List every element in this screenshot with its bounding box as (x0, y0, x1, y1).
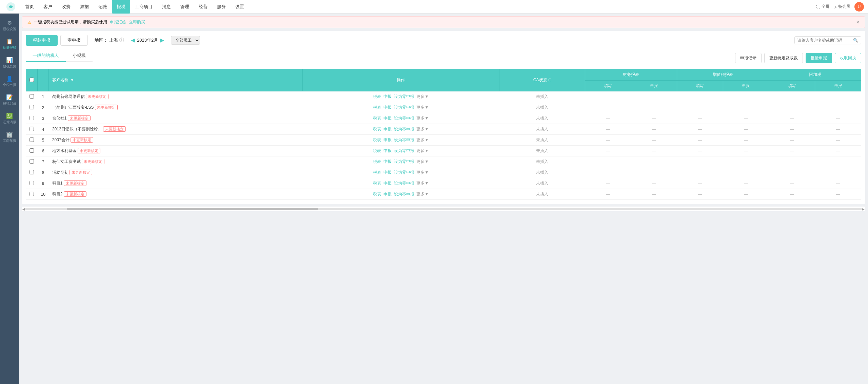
row-checkbox-0[interactable] (29, 94, 34, 99)
taxpayer-tab-small[interactable]: 小规模 (66, 50, 93, 62)
fetch-back-button[interactable]: 收取回执 (835, 53, 861, 63)
select-all-checkbox[interactable] (29, 78, 34, 82)
op-more-1[interactable]: 更多▼ (416, 105, 429, 110)
op-more-5[interactable]: 更多▼ (416, 148, 429, 153)
tab-zero-declaration[interactable]: 零申报 (60, 35, 88, 46)
row-checkbox-9[interactable] (29, 192, 34, 196)
sidebar-item-tax-overview[interactable]: 📊 报税总览 (0, 54, 19, 72)
row-checkbox-1[interactable] (29, 105, 34, 109)
op-tax-form-3[interactable]: 税表 (373, 127, 381, 131)
topnav-item-home[interactable]: 首页 (20, 0, 39, 14)
topnav-item-invoice[interactable]: 票据 (75, 0, 94, 14)
update-quota-button[interactable]: 更新统定及取数 (764, 53, 803, 63)
scroll-left-arrow[interactable]: ◀ (22, 207, 25, 211)
op-more-9[interactable]: 更多▼ (416, 192, 429, 196)
op-declare-4[interactable]: 申报 (383, 137, 392, 142)
op-tax-form-1[interactable]: 税表 (373, 105, 381, 110)
topnav-item-message[interactable]: 消息 (157, 0, 176, 14)
topnav-item-client[interactable]: 客户 (39, 0, 57, 14)
fullscreen-button[interactable]: ⛶ 全屏 (816, 4, 830, 9)
region-value: 上海 (109, 37, 118, 43)
dept-dropdown[interactable]: 全部员工 (171, 36, 200, 45)
op-tax-form-5[interactable]: 税表 (373, 148, 381, 153)
topnav-item-service[interactable]: 服务 (212, 0, 231, 14)
op-zero-declare-8[interactable]: 设为零申报 (394, 181, 414, 186)
declare-record-button[interactable]: 申报记录 (735, 53, 762, 63)
op-more-8[interactable]: 更多▼ (416, 181, 429, 186)
tab-tax-declaration[interactable]: 税款申报 (26, 35, 58, 46)
sidebar-item-personal-tax[interactable]: 👤 个税申报 (0, 72, 19, 91)
op-declare-9[interactable]: 申报 (383, 192, 392, 196)
op-more-4[interactable]: 更多▼ (416, 137, 429, 142)
op-declare-1[interactable]: 申报 (383, 105, 392, 110)
row-checkbox-8[interactable] (29, 181, 34, 185)
op-zero-declare-0[interactable]: 设为零申报 (394, 94, 414, 99)
sidebar-item-batch-tax[interactable]: 📋 批量报税 (0, 35, 19, 54)
row-checkbox-7[interactable] (29, 170, 34, 174)
taxpayer-tab-general[interactable]: 一般的纳税人 (26, 50, 66, 62)
sidebar-item-annual-report[interactable]: 🏢 工商年报 (0, 128, 19, 147)
notice-close-button[interactable]: ✕ (856, 20, 860, 25)
row-checkbox-4[interactable] (29, 137, 34, 142)
topnav-item-settings[interactable]: 设置 (231, 0, 249, 14)
row-checkbox-3[interactable] (29, 127, 34, 131)
notice-link-report[interactable]: 申报汇签 (110, 19, 126, 25)
op-zero-declare-4[interactable]: 设为零申报 (394, 137, 414, 142)
topnav-item-tax[interactable]: 报税 (112, 0, 130, 14)
topnav-item-bookkeeping[interactable]: 记账 (94, 0, 112, 14)
op-tax-form-4[interactable]: 税表 (373, 137, 381, 142)
row-tax-dec-7: — (723, 167, 769, 178)
op-more-7[interactable]: 更多▼ (416, 170, 429, 175)
op-zero-declare-6[interactable]: 设为零申报 (394, 159, 414, 164)
sidebar-item-settlement[interactable]: 💹 汇算清缴 (0, 109, 19, 128)
op-declare-0[interactable]: 申报 (383, 94, 392, 99)
op-declare-7[interactable]: 申报 (383, 170, 392, 175)
op-more-2[interactable]: 更多▼ (416, 116, 429, 121)
op-declare-8[interactable]: 申报 (383, 181, 392, 186)
op-tax-form-6[interactable]: 税表 (373, 159, 381, 164)
scroll-right-arrow[interactable]: ▶ (862, 207, 865, 211)
op-declare-5[interactable]: 申报 (383, 148, 392, 153)
topnav-item-manage[interactable]: 管理 (176, 0, 194, 14)
sidebar-item-tax-settings[interactable]: ⚙ 报税设置 (0, 16, 19, 35)
topnav-item-operations[interactable]: 经营 (194, 0, 212, 14)
op-more-6[interactable]: 更多▼ (416, 159, 429, 164)
op-declare-3[interactable]: 申报 (383, 127, 392, 131)
date-prev-button[interactable]: ◀ (131, 38, 135, 43)
scroll-thumb[interactable] (67, 208, 318, 210)
topnav-item-fee[interactable]: 收费 (57, 0, 75, 14)
row-checkbox-6[interactable] (29, 159, 34, 164)
op-zero-declare-3[interactable]: 设为零申报 (394, 127, 414, 131)
op-zero-declare-1[interactable]: 设为零申报 (394, 105, 414, 110)
op-tax-form-8[interactable]: 税表 (373, 181, 381, 186)
topnav-item-commerce[interactable]: 工商项目 (130, 0, 157, 14)
op-tax-form-0[interactable]: 税表 (373, 94, 381, 99)
op-more-0[interactable]: 更多▼ (416, 94, 429, 99)
ca-info-icon[interactable]: ℂ (548, 78, 551, 82)
batch-declare-button[interactable]: 批量申报 (806, 53, 832, 63)
horizontal-scrollbar[interactable]: ◀ ▶ (22, 207, 865, 211)
op-declare-6[interactable]: 申报 (383, 159, 392, 164)
notice-link-buy[interactable]: 立即购买 (129, 19, 145, 25)
scroll-track[interactable] (25, 208, 862, 210)
row-checkbox-5[interactable] (29, 148, 34, 153)
op-zero-declare-5[interactable]: 设为零申报 (394, 148, 414, 153)
op-tax-form-9[interactable]: 税表 (373, 192, 381, 196)
member-button[interactable]: ▷ 畅会员 (834, 4, 850, 9)
date-next-button[interactable]: ▶ (160, 38, 164, 43)
op-zero-declare-2[interactable]: 设为零申报 (394, 116, 414, 121)
row-checkbox-2[interactable] (29, 116, 34, 120)
sidebar-item-tax-record[interactable]: 📝 报税记录 (0, 91, 19, 109)
op-tax-form-2[interactable]: 税表 (373, 116, 381, 121)
client-sort-icon[interactable]: ▼ (71, 78, 74, 82)
op-declare-2[interactable]: 申报 (383, 116, 392, 121)
row-ca-2: 未插入 (499, 113, 585, 124)
op-zero-declare-7[interactable]: 设为零申报 (394, 170, 414, 175)
search-icon[interactable]: 🔍 (853, 38, 858, 43)
search-input[interactable] (797, 38, 852, 43)
region-info-icon[interactable]: ⓘ (119, 37, 124, 43)
op-zero-declare-9[interactable]: 设为零申报 (394, 192, 414, 196)
op-more-3[interactable]: 更多▼ (416, 127, 429, 131)
user-avatar[interactable]: U (854, 2, 864, 12)
op-tax-form-7[interactable]: 税表 (373, 170, 381, 175)
